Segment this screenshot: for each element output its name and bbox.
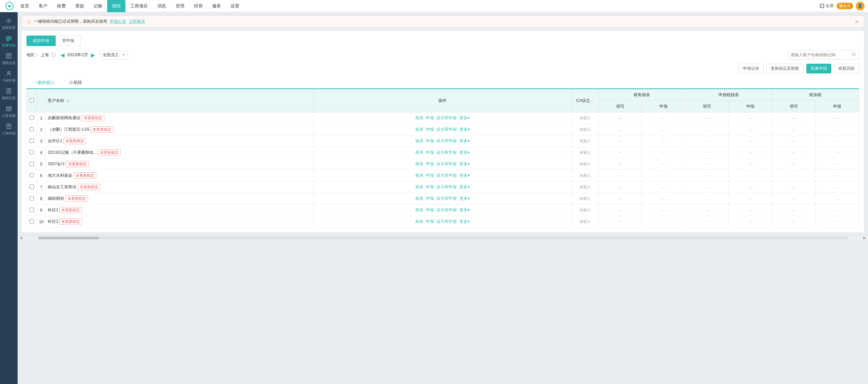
op-more-1[interactable]: 更多▾ [459,115,470,120]
nav-item-服务[interactable]: 服务 [208,0,226,12]
op-declare-2[interactable]: 申报 [426,127,434,132]
op-more-10[interactable]: 更多▾ [459,219,470,224]
op-declare-7[interactable]: 申报 [426,185,434,189]
status-tag-10: 未更新税定 [59,218,82,225]
op-declare-8[interactable]: 申报 [426,196,434,201]
add-declare-9: — [815,205,859,216]
staff-select[interactable]: 全部员工 ▼ [100,50,128,60]
row-checkbox-8[interactable] [29,196,34,200]
row-checkbox-1[interactable] [29,115,34,120]
horizontal-scrollbar[interactable]: ◀ ▶ [18,236,868,240]
row-checkbox-7[interactable] [29,185,34,189]
banner-link-buy[interactable]: 立即购买 [129,19,145,24]
row-checkbox-10[interactable] [29,219,34,223]
row-checkbox-6[interactable] [29,173,34,177]
nav-item-报税[interactable]: 报税 [107,0,125,12]
nav-item-管理[interactable]: 管理 [171,0,189,12]
member-btn[interactable]: 畅会员 [836,3,853,9]
op-declare-1[interactable]: 申报 [426,115,434,120]
banner-link-report[interactable]: 申报汇差 [110,19,126,24]
nav-item-工商项目[interactable]: 工商项目 [125,0,153,12]
nav-item-经营[interactable]: 经营 [189,0,208,12]
op-more-2[interactable]: 更多▾ [459,127,470,132]
row-checkbox-9[interactable] [29,208,34,212]
op-zerodeclare-1[interactable]: 设为零申报 [436,115,457,120]
nav-item-客户[interactable]: 客户 [34,0,52,12]
fullscreen-btn[interactable]: 全屏 [820,3,834,9]
op-more-5[interactable]: 更多▾ [459,162,470,166]
op-more-4[interactable]: 更多▾ [459,150,470,155]
declare-records-btn[interactable]: 申报记录 [738,64,764,73]
op-zerodeclare-4[interactable]: 设为零申报 [436,150,457,155]
op-taxform-8[interactable]: 税表 [415,196,423,201]
op-declare-6[interactable]: 申报 [426,173,434,178]
row-checkbox-5[interactable] [29,162,34,166]
get-receipt-btn[interactable]: 收取回执 [834,64,859,73]
op-taxform-9[interactable]: 税表 [415,208,423,212]
scroll-right-btn[interactable]: ▶ [861,236,868,240]
op-taxform-1[interactable]: 税表 [415,115,423,120]
search-box [788,50,859,60]
tab-small-scale[interactable]: 小规模 [62,77,89,89]
op-zerodeclare-3[interactable]: 设为零申报 [436,138,457,143]
op-declare-9[interactable]: 申报 [426,208,434,212]
op-taxform-6[interactable]: 税表 [415,173,423,178]
sidebar-item-settlement[interactable]: 汇算清缴 [0,103,18,121]
row-checkbox-4[interactable] [29,150,34,154]
region-info-icon[interactable]: i [51,52,56,57]
search-input[interactable] [788,51,849,59]
op-taxform-10[interactable]: 税表 [415,219,423,224]
op-declare-5[interactable]: 申报 [426,162,434,166]
sidebar-item-tax-records[interactable]: 报税记录 [0,85,18,103]
op-zerodeclare-5[interactable]: 设为零申报 [436,162,457,166]
nav-item-收费[interactable]: 收费 [52,0,71,12]
op-zerodeclare-8[interactable]: 设为零申报 [436,196,457,201]
op-taxform-3[interactable]: 税表 [415,138,423,143]
staff-label: 全部员工 [103,52,119,58]
op-declare-3[interactable]: 申报 [426,138,434,143]
op-more-3[interactable]: 更多▾ [459,138,470,143]
op-zerodeclare-6[interactable]: 设为零申报 [436,173,457,178]
op-zerodeclare-9[interactable]: 设为零申报 [436,208,457,212]
sidebar-item-personal-tax[interactable]: 个税申报 [0,68,18,85]
row-checkbox-2[interactable] [29,127,34,131]
nav-item-记账[interactable]: 记账 [89,0,107,12]
op-more-7[interactable]: 更多▾ [459,185,470,189]
sidebar-item-batch-tax[interactable]: 批量报税 [0,33,18,50]
sidebar-item-tax-settings[interactable]: 报税设置 [0,15,18,33]
select-all-checkbox[interactable] [29,98,34,103]
date-prev-btn[interactable]: ◀ [60,52,65,58]
tax-fill-1: — [685,112,729,124]
nav-item-首页[interactable]: 首页 [16,0,34,12]
op-taxform-7[interactable]: 税表 [415,185,423,189]
svg-point-11 [852,53,855,56]
op-more-6[interactable]: 更多▾ [459,173,470,178]
op-zerodeclare-2[interactable]: 设为零申报 [436,127,457,132]
tab-general-taxpayer[interactable]: 一般的税人 [26,77,62,89]
op-taxform-5[interactable]: 税表 [415,162,423,166]
nav-item-设置[interactable]: 设置 [226,0,244,12]
op-more-9[interactable]: 更多▾ [459,208,470,212]
tab-zero-declare[interactable]: 零申报 [56,36,81,46]
op-taxform-4[interactable]: 税表 [415,150,423,155]
sidebar-item-tax-overview[interactable]: 报税总览 [0,50,18,68]
avatar[interactable]: 👤 [856,2,865,10]
op-taxform-2[interactable]: 税表 [415,127,423,132]
op-declare-10[interactable]: 申报 [426,219,434,224]
tab-tax-declare[interactable]: 税款申报 [26,36,56,46]
scroll-left-btn[interactable]: ◀ [18,236,24,240]
nav-item-消息[interactable]: 消息 [153,0,171,12]
sidebar-item-annual-report[interactable]: 工商年报 [0,121,18,138]
op-declare-4[interactable]: 申报 [426,150,434,155]
batch-declare-btn[interactable]: 批量申报 [806,64,831,73]
row-checkbox-3[interactable] [29,138,34,143]
update-tax-btn[interactable]: 更新税定及取数 [766,64,804,73]
date-next-btn[interactable]: ▶ [90,52,96,58]
banner-close-btn[interactable]: ✕ [855,19,859,24]
nav-item-票据[interactable]: 票据 [71,0,89,12]
scroll-thumb[interactable] [38,237,99,239]
search-btn[interactable] [849,50,859,59]
op-zerodeclare-10[interactable]: 设为零申报 [436,219,457,224]
op-zerodeclare-7[interactable]: 设为零申报 [436,185,457,189]
op-more-8[interactable]: 更多▾ [459,196,470,201]
